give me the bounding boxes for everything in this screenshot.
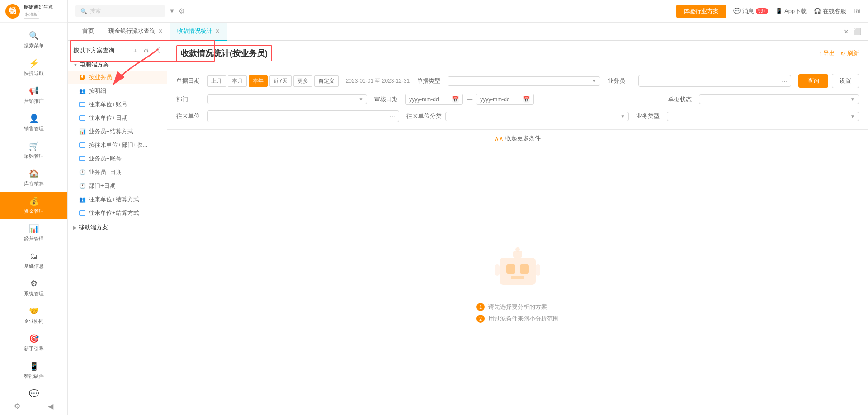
trial-btn[interactable]: 体验行业方案 bbox=[676, 5, 726, 18]
date-btn-last-7days[interactable]: 近7天 bbox=[269, 75, 292, 87]
filter-dept-arrow: ▼ bbox=[359, 97, 363, 102]
logo-text: 畅捷通好生意 bbox=[24, 4, 53, 10]
window-controls: ✕ ⬜ bbox=[843, 28, 861, 35]
scheme-item-by-unit-account[interactable]: 往来单位+账号 bbox=[68, 98, 167, 111]
scheme-item-by-unit-settle1[interactable]: 👥 往来单位+结算方式 bbox=[68, 193, 167, 206]
window-maximize-btn[interactable]: ⬜ bbox=[854, 28, 861, 35]
scheme-group-desktop-header[interactable]: ▼ 电脑端方案 bbox=[68, 59, 167, 71]
business-icon: 📊 bbox=[29, 224, 39, 234]
header-dropdown-arrow[interactable]: ▼ bbox=[169, 8, 175, 14]
scheme-item-by-salesperson[interactable]: 按业务员 bbox=[68, 71, 167, 84]
filter-settings-btn[interactable]: 设置 bbox=[832, 74, 859, 88]
inventory-icon: 🏠 bbox=[29, 169, 39, 179]
review-date-from-input[interactable] bbox=[409, 96, 450, 103]
sidebar-item-business[interactable]: 📊 经营管理 bbox=[0, 219, 67, 247]
scheme-collapse-btn[interactable]: 《 bbox=[152, 46, 161, 55]
tab-home[interactable]: 首页 bbox=[75, 23, 101, 41]
scheme-item-icon-rect3 bbox=[79, 142, 86, 148]
scheme-item-by-unit-settle2[interactable]: 往来单位+结算方式 bbox=[68, 206, 167, 220]
mobile-group-arrow-right: ▶ bbox=[73, 225, 77, 230]
date-range-text: 2023-01-01 至 2023-12-31 bbox=[346, 77, 410, 85]
scheme-item-by-dept-date[interactable]: 🕐 部门+日期 bbox=[68, 179, 167, 193]
gear-icon[interactable]: ⚙ bbox=[179, 7, 185, 15]
scheme-group-mobile-header[interactable]: ▶ 移动端方案 bbox=[68, 222, 167, 233]
sidebar-item-basic[interactable]: 🗂 基础信息 bbox=[0, 247, 67, 274]
filter-business-type-select[interactable]: ▼ bbox=[667, 112, 859, 121]
refresh-btn[interactable]: ↻ 刷新 bbox=[840, 49, 859, 57]
date-btn-last-month[interactable]: 上月 bbox=[207, 75, 226, 87]
calendar-icon-right[interactable]: 📅 bbox=[523, 96, 530, 103]
date-btn-more[interactable]: 更多 bbox=[293, 75, 312, 87]
sidebar-item-hardware[interactable]: 📱 智能硬件 bbox=[0, 357, 67, 384]
export-btn[interactable]: ↑ 导出 bbox=[819, 49, 835, 57]
filter-review-date-from[interactable]: 📅 bbox=[405, 94, 463, 105]
app-logo: 畅 畅捷通好生意 标准版 bbox=[0, 0, 67, 23]
online-service-btn[interactable]: 🎧 在线客服 bbox=[814, 7, 846, 15]
window-close-btn[interactable]: ✕ bbox=[843, 28, 850, 35]
date-btn-this-year[interactable]: 本年 bbox=[249, 75, 268, 87]
sidebar-item-quick-nav[interactable]: ⚡ 快捷导航 bbox=[0, 54, 67, 81]
scheme-item-by-sale-account[interactable]: 业务员+账号 bbox=[68, 152, 167, 165]
scheme-add-btn[interactable]: + bbox=[131, 46, 140, 55]
filter-date-label: 单据日期 bbox=[176, 77, 203, 85]
scheme-item-by-unit-dept[interactable]: 按往来单位+部门+收... bbox=[68, 138, 167, 152]
empty-content: 1 请先选择要分析的方案 2 用过滤条件来缩小分析范围 bbox=[476, 240, 559, 323]
tab-collection-stats-close[interactable]: ✕ bbox=[215, 28, 220, 34]
sidebar-item-system[interactable]: ⚙ 系统管理 bbox=[0, 274, 67, 302]
sidebar-item-inventory[interactable]: 🏠 库存核算 bbox=[0, 164, 67, 192]
scheme-item-by-detail[interactable]: 👥 按明细 bbox=[68, 84, 167, 98]
sidebar-settings-btn[interactable]: ⚙ bbox=[14, 402, 20, 410]
scheme-item-by-sale-date[interactable]: 🕐 业务员+日期 bbox=[68, 165, 167, 179]
filter-review-date-to[interactable]: 📅 bbox=[476, 94, 534, 105]
header-search-box[interactable]: 🔍 搜索 bbox=[75, 5, 165, 17]
filter-actions: 查询 设置 bbox=[798, 74, 859, 88]
scheme-item-label-by-sale-date: 业务员+日期 bbox=[89, 168, 122, 176]
svg-rect-1 bbox=[80, 102, 85, 107]
sidebar-item-sales[interactable]: 👤 销售管理 bbox=[0, 109, 67, 137]
filter-salesperson-item: 业务员 ··· bbox=[608, 75, 791, 87]
collapse-btn[interactable]: ∧∧ 收起更多条件 bbox=[495, 134, 541, 142]
filter-counterpart-select[interactable]: ··· bbox=[207, 110, 399, 122]
filter-dept-select[interactable]: ▼ bbox=[207, 94, 367, 104]
review-date-to-input[interactable] bbox=[480, 96, 521, 103]
svg-rect-3 bbox=[80, 143, 85, 147]
tab-bank-flow[interactable]: 现金银行流水查询 ✕ bbox=[101, 23, 170, 41]
sidebar-item-enterprise[interactable]: 🤝 企业协同 bbox=[0, 302, 67, 329]
empty-tip-1: 1 请先选择要分析的方案 bbox=[476, 303, 559, 311]
header-breadcrumb: 🔍 搜索 ▼ ⚙ bbox=[75, 5, 669, 17]
logo-badge: 标准版 bbox=[24, 11, 39, 19]
filter-doc-status-select[interactable]: ▼ bbox=[699, 94, 859, 104]
app-download-btn[interactable]: 📱 App下载 bbox=[775, 7, 807, 15]
sidebar-item-purchase[interactable]: 🛒 采购管理 bbox=[0, 137, 67, 164]
sidebar-collapse-btn[interactable]: ◀ bbox=[48, 402, 53, 410]
scheme-item-by-sale-settle[interactable]: 📊 业务员+结算方式 bbox=[68, 125, 167, 138]
filter-counterpart-type-item: 往来单位分类 ▼ bbox=[406, 112, 629, 121]
user-name[interactable]: Rit bbox=[854, 8, 861, 14]
tab-home-label: 首页 bbox=[82, 27, 94, 35]
calendar-icon-left[interactable]: 📅 bbox=[452, 96, 459, 103]
filter-counterpart-type-select[interactable]: ▼ bbox=[445, 112, 629, 121]
tab-collection-stats[interactable]: 收款情况统计 ✕ bbox=[170, 23, 227, 41]
sidebar-item-capital[interactable]: 💰 资金管理 bbox=[0, 192, 67, 219]
sidebar-nav: 🔍 搜索菜单 ⚡ 快捷导航 📢 营销推广 👤 销售管理 🛒 采购管理 🏠 bbox=[0, 23, 67, 397]
sidebar-item-search[interactable]: 🔍 搜索菜单 bbox=[0, 26, 67, 54]
filter-salesperson-select[interactable]: ··· bbox=[638, 75, 791, 87]
filter-doc-type-select[interactable]: ▼ bbox=[448, 76, 600, 86]
sidebar-item-guide[interactable]: 🎯 新手引导 bbox=[0, 329, 67, 357]
collapse-up-icon: ∧∧ bbox=[495, 135, 504, 142]
scheme-item-by-unit-date[interactable]: 往来单位+日期 bbox=[68, 111, 167, 125]
date-btn-custom[interactable]: 自定义 bbox=[314, 75, 339, 87]
sidebar-item-wechat[interactable]: 💬 企业微信 bbox=[0, 384, 67, 397]
tip1-number: 1 bbox=[476, 303, 485, 311]
scheme-item-label-by-salesperson: 按业务员 bbox=[89, 73, 112, 81]
sidebar-item-marketing[interactable]: 📢 营销推广 bbox=[0, 81, 67, 109]
date-btn-this-month[interactable]: 本月 bbox=[228, 75, 247, 87]
query-btn[interactable]: 查询 bbox=[798, 74, 828, 88]
filter-row-2: 部门 ▼ 审核日期 📅 — bbox=[176, 94, 859, 105]
scheme-item-label-by-unit-settle1: 往来单位+结算方式 bbox=[89, 195, 139, 203]
tab-bank-flow-close[interactable]: ✕ bbox=[158, 28, 163, 34]
message-label: 消息 bbox=[742, 7, 754, 15]
collapse-bar[interactable]: ∧∧ 收起更多条件 bbox=[167, 130, 868, 147]
scheme-settings-btn[interactable]: ⚙ bbox=[142, 46, 151, 55]
message-btn[interactable]: 💬 消息 99+ bbox=[733, 7, 768, 15]
